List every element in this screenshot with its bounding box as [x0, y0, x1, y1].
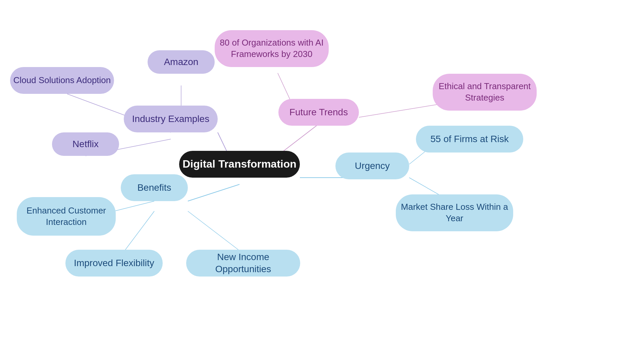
ai-frameworks-node[interactable]: 80 of Organizations with AI Frameworks b…	[215, 30, 329, 67]
netflix-node[interactable]: Netflix	[52, 132, 119, 156]
ethical-strategies-node[interactable]: Ethical and Transparent Strategies	[433, 74, 537, 111]
amazon-node[interactable]: Amazon	[148, 50, 215, 74]
ethical-strategies-label: Ethical and Transparent Strategies	[433, 81, 537, 104]
amazon-label: Amazon	[161, 56, 201, 68]
urgency-label: Urgency	[352, 160, 392, 172]
firms-at-risk-node[interactable]: 55 of Firms at Risk	[416, 126, 523, 153]
enhanced-customer-node[interactable]: Enhanced Customer Interaction	[17, 197, 116, 236]
svg-line-12	[409, 151, 426, 164]
firms-at-risk-label: 55 of Firms at Risk	[428, 133, 511, 145]
netflix-label: Netflix	[70, 138, 101, 150]
svg-line-2	[188, 184, 239, 201]
future-trends-node[interactable]: Future Trends	[278, 99, 359, 126]
market-share-loss-label: Market Share Loss Within a Year	[396, 201, 513, 224]
industry-examples-node[interactable]: Industry Examples	[124, 106, 218, 132]
market-share-loss-node[interactable]: Market Share Loss Within a Year	[396, 194, 513, 231]
new-income-label: New Income Opportunities	[186, 251, 300, 276]
benefits-node[interactable]: Benefits	[121, 174, 188, 201]
ai-frameworks-label: 80 of Organizations with AI Frameworks b…	[215, 37, 329, 60]
cloud-solutions-node[interactable]: Cloud Solutions Adoption	[10, 67, 114, 94]
future-trends-label: Future Trends	[287, 106, 351, 118]
enhanced-customer-label: Enhanced Customer Interaction	[17, 205, 116, 228]
svg-line-11	[188, 211, 245, 255]
urgency-node[interactable]: Urgency	[335, 153, 409, 179]
improved-flexibility-label: Improved Flexibility	[71, 257, 157, 269]
center-node[interactable]: Digital Transformation	[179, 151, 300, 178]
benefits-label: Benefits	[135, 182, 174, 194]
improved-flexibility-node[interactable]: Improved Flexibility	[65, 250, 163, 277]
cloud-solutions-label: Cloud Solutions Adoption	[11, 75, 114, 86]
new-income-node[interactable]: New Income Opportunities	[186, 250, 300, 277]
center-node-label: Digital Transformation	[180, 157, 299, 171]
industry-examples-label: Industry Examples	[129, 113, 212, 125]
svg-line-8	[359, 104, 441, 117]
